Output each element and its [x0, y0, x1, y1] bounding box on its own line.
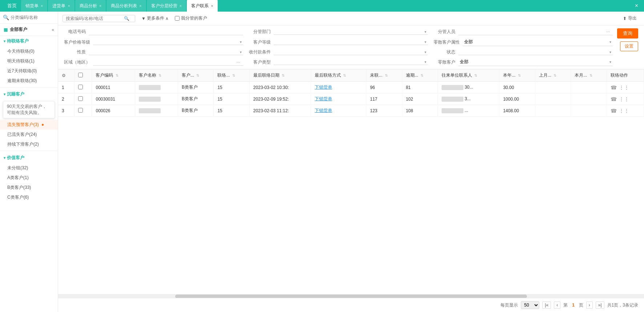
dept-select[interactable]: ▾	[274, 29, 428, 35]
un-contact-sort-icon[interactable]: ⇅	[385, 73, 388, 77]
this-month-sort-icon[interactable]: ⇅	[589, 73, 592, 77]
nature-select[interactable]: ▾	[89, 49, 243, 55]
close-analysis-tab-icon[interactable]: ×	[99, 4, 101, 8]
search-input[interactable]	[66, 16, 124, 21]
my-customers-checkbox-label[interactable]: 我分管的客户	[175, 15, 207, 21]
search-input-wrap: 🔍	[63, 15, 135, 22]
divider-2	[0, 151, 58, 151]
table-settings-icon[interactable]: ⚙	[62, 73, 66, 78]
customer-type-select[interactable]: ▾	[274, 59, 428, 65]
phone-input[interactable]	[89, 28, 243, 35]
close-analysis-list-tab-icon[interactable]: ×	[139, 4, 141, 8]
region-more-icon[interactable]: ···	[235, 60, 242, 65]
cell-actions: ☎ ⋮⋮	[607, 82, 644, 93]
nav-tab-purchase[interactable]: 进货单 ×	[48, 0, 74, 12]
type-sort-icon[interactable]: ⇅	[196, 73, 199, 77]
dept-arrow-icon: ▾	[424, 30, 426, 34]
filter-customer-type: 客户类型 ▾	[249, 59, 428, 65]
person-select[interactable]: ···	[458, 28, 613, 35]
region-select[interactable]: ···	[93, 59, 243, 66]
cell-code: 00030031	[92, 93, 135, 105]
row-action-contact-icon-2[interactable]: ☎	[611, 108, 617, 114]
status-select[interactable]: ▾	[458, 49, 613, 55]
sidebar-item-class-a[interactable]: A类客户(1)	[0, 173, 58, 183]
cell-un-contact: 96	[366, 82, 402, 93]
person-sort-icon[interactable]: ⇅	[474, 73, 477, 77]
count-sort-icon[interactable]: ⇅	[232, 73, 235, 77]
payment-select[interactable]: ▾	[274, 49, 428, 55]
retail-attr-select[interactable]: 全部 ▾	[463, 38, 613, 46]
close-sales-tab-icon[interactable]: ×	[41, 4, 43, 8]
code-sort-icon[interactable]: ⇅	[116, 73, 118, 77]
sidebar-item-class-b[interactable]: B类客户(33)	[0, 183, 58, 193]
sidebar-item-churned[interactable]: 已流失客户(24)	[0, 130, 58, 139]
price-grade-select[interactable]: ▾	[93, 39, 243, 45]
close-purchase-tab-icon[interactable]: ×	[68, 4, 70, 8]
sidebar-group-pending[interactable]: ▾ 待联络客户	[0, 36, 58, 46]
sidebar-item-churn-warning[interactable]: 流失预警客户(3) ●	[0, 120, 58, 130]
retail-customer-select[interactable]: 全部 ▾	[458, 58, 613, 66]
sidebar-group-value[interactable]: ▾ 价值客户	[0, 153, 58, 163]
last-method-link-0[interactable]: 下销货单	[315, 85, 332, 90]
table-scrollbar[interactable]	[58, 294, 644, 298]
last-method-link-2[interactable]: 下销货单	[315, 108, 332, 113]
sidebar-search-input[interactable]	[11, 15, 58, 20]
price-grade-label: 客户价格等级	[64, 39, 90, 45]
row-checkbox-0[interactable]	[78, 85, 83, 89]
col-customer-type: 客户... ⇅	[178, 69, 214, 82]
sidebar-item-declining[interactable]: 持续下滑客户(2)	[0, 139, 58, 149]
next-page-button[interactable]: ›	[586, 301, 593, 309]
row-action-contact-icon-1[interactable]: ☎	[611, 96, 617, 102]
cell-contact-count: 15	[214, 82, 249, 93]
first-page-button[interactable]: |«	[542, 301, 551, 309]
filter-price-grade: 客户价格等级 ▾	[64, 39, 243, 45]
row-checkbox-2[interactable]	[78, 108, 83, 113]
year-sort-icon[interactable]: ⇅	[518, 73, 521, 77]
row-action-contact-icon-0[interactable]: ☎	[611, 85, 617, 90]
more-conditions-arrow-icon: ∧	[165, 16, 169, 21]
nav-tab-customer-tier[interactable]: 客户分层经营 ×	[147, 0, 186, 12]
sidebar-item-today-contact[interactable]: 今天待联络(0)	[0, 46, 58, 56]
sidebar-group-dormant[interactable]: ▾ 沉睡客户	[0, 89, 58, 100]
more-conditions-button[interactable]: ▼ 更多条件 ∧	[138, 14, 172, 23]
last-method-link-1[interactable]: 下销货单	[315, 96, 332, 101]
window-close-button[interactable]: ×	[632, 3, 641, 9]
select-all-checkbox[interactable]	[78, 73, 83, 77]
my-customers-checkbox[interactable]	[175, 16, 180, 21]
nav-tab-analysis-list[interactable]: 商品分析列表 ×	[106, 0, 146, 12]
per-page-select[interactable]: 50 100 200	[521, 301, 539, 309]
nav-tab-sales[interactable]: 销货单 ×	[21, 0, 47, 12]
close-customer-tier-tab-icon[interactable]: ×	[180, 4, 182, 8]
export-button[interactable]: ⬆ 导出	[620, 14, 640, 23]
sidebar-item-ungrouped[interactable]: 未分组(32)	[0, 163, 58, 173]
sidebar-item-7day-contact[interactable]: 近7天待联络(0)	[0, 66, 58, 76]
row-checkbox-1[interactable]	[78, 96, 83, 101]
query-button[interactable]: 查询	[617, 28, 638, 39]
row-action-more-icon-0[interactable]: ⋮⋮	[619, 85, 629, 90]
prev-page-button[interactable]: ‹	[554, 301, 560, 309]
last-month-sort-icon[interactable]: ⇅	[554, 73, 556, 77]
nav-tab-customer-contact[interactable]: 客户联系 ×	[187, 0, 217, 12]
nav-home[interactable]: 首页	[3, 3, 21, 9]
row-action-more-icon-2[interactable]: ⋮⋮	[619, 108, 629, 114]
sidebar-item-class-c[interactable]: C类客户(6)	[0, 193, 58, 202]
retail-attr-value: 全部	[464, 39, 473, 45]
toolbar-search-icon[interactable]: 🔍	[124, 16, 129, 21]
person-more-icon[interactable]: ···	[605, 29, 611, 34]
sidebar-all-customers[interactable]: ▦ 全部客户 «	[0, 24, 58, 36]
settings-button[interactable]: 设置	[620, 41, 638, 51]
last-page-button[interactable]: »|	[596, 301, 604, 309]
cell-contact-person: ...	[438, 105, 499, 117]
sidebar-item-tomorrow-contact[interactable]: 明天待联络(1)	[0, 56, 58, 66]
sidebar-item-overdue-contact[interactable]: 逾期未联络(30)	[0, 76, 58, 86]
method-sort-icon[interactable]: ⇅	[343, 73, 346, 77]
filter-row-4: 区域（地区） ··· 客户类型 ▾	[64, 58, 613, 66]
overdue-sort-icon[interactable]: ⇅	[420, 73, 423, 77]
row-action-more-icon-1[interactable]: ⋮⋮	[619, 96, 629, 102]
name-sort-icon[interactable]: ⇅	[158, 73, 161, 77]
collapse-icon[interactable]: «	[52, 27, 54, 32]
date-sort-icon[interactable]: ⇅	[282, 73, 285, 77]
close-customer-contact-tab-icon[interactable]: ×	[211, 4, 213, 8]
nav-tab-analysis[interactable]: 商品分析 ×	[75, 0, 106, 12]
customer-grade-select[interactable]: ▾	[274, 39, 428, 45]
